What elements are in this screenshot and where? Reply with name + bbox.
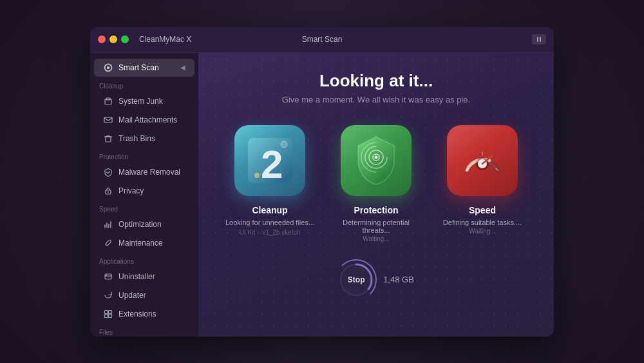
svg-text:2: 2	[261, 142, 283, 186]
svg-point-30	[254, 173, 260, 178]
privacy-icon	[103, 186, 113, 196]
svg-point-9	[108, 191, 109, 193]
app-title: CleanMyMac X	[139, 35, 191, 44]
cleanup-card-sub: UI Kit – v1_2b.sketch	[240, 229, 301, 236]
protection-card-title: Protection	[354, 205, 398, 215]
maintenance-icon	[103, 238, 113, 248]
speed-section-label: Speed	[90, 201, 198, 215]
minimize-button[interactable]	[109, 35, 117, 43]
svg-rect-5	[106, 137, 111, 142]
bottom-controls: Stop 1,48 GB	[338, 262, 414, 298]
sidebar-item-malware-removal[interactable]: Malware Removal	[94, 163, 194, 181]
storage-display: 1,48 GB	[383, 275, 414, 284]
app-window: CleanMyMac X Smart Scan Smart Scan ◀ Cle…	[90, 27, 554, 337]
extensions-icon	[103, 309, 113, 319]
mail-attachments-label: Mail Attachments	[118, 115, 177, 124]
progress-ring-container: Stop	[338, 262, 374, 298]
content-area: Looking at it... Give me a moment. We al…	[198, 53, 554, 337]
sidebar-item-system-junk[interactable]: System Junk	[94, 92, 194, 110]
speed-card-title: Speed	[469, 205, 496, 215]
speed-card: Speed Defining suitable tasks.... Waitin…	[436, 125, 529, 242]
svg-point-29	[281, 141, 287, 148]
uninstaller-label: Uninstaller	[118, 272, 155, 281]
sidebar-toggle-button[interactable]	[532, 34, 546, 44]
svg-point-31	[375, 155, 378, 159]
svg-rect-4	[104, 117, 112, 123]
sidebar-item-maintenance[interactable]: Maintenance	[94, 234, 194, 252]
applications-section-label: Applications	[90, 253, 198, 267]
content-subtitle: Give me a moment. We all wish it was eas…	[282, 95, 470, 104]
smart-scan-indicator: ◀	[180, 64, 185, 71]
content-title: Looking at it...	[319, 71, 433, 91]
svg-point-16	[106, 274, 107, 275]
sidebar: Smart Scan ◀ Cleanup System Junk Mail At…	[90, 53, 198, 337]
malware-icon	[103, 167, 113, 177]
svg-rect-14	[105, 274, 111, 279]
sidebar-item-smart-scan[interactable]: Smart Scan ◀	[94, 59, 194, 77]
sidebar-item-uninstaller[interactable]: Uninstaller	[94, 268, 194, 286]
window-controls	[98, 35, 129, 43]
maximize-button[interactable]	[121, 35, 129, 43]
protection-card: Protection Determining potential threats…	[330, 125, 423, 242]
protection-card-sub: Waiting...	[363, 235, 389, 242]
cleanup-card-icon: 2	[234, 125, 305, 196]
trash-bins-label: Trash Bins	[118, 134, 155, 143]
svg-rect-18	[109, 310, 112, 313]
sidebar-item-extensions[interactable]: Extensions	[94, 305, 194, 323]
cards-row: 2 Cl	[223, 125, 529, 242]
speed-card-icon	[447, 125, 518, 196]
sidebar-item-privacy[interactable]: Privacy	[94, 182, 194, 200]
cleanup-section-label: Cleanup	[90, 77, 198, 92]
updater-icon	[103, 290, 113, 300]
stop-button[interactable]: Stop	[338, 262, 374, 298]
optimization-icon	[103, 219, 113, 230]
svg-rect-19	[105, 314, 108, 317]
speed-card-sub: Waiting...	[469, 228, 495, 235]
speed-card-status: Defining suitable tasks....	[443, 219, 522, 226]
maintenance-label: Maintenance	[118, 239, 163, 248]
protection-card-status: Determining potential threats...	[330, 219, 423, 234]
malware-removal-label: Malware Removal	[118, 168, 180, 177]
extensions-label: Extensions	[118, 309, 156, 319]
close-button[interactable]	[98, 35, 106, 43]
trash-icon	[103, 133, 113, 144]
smart-scan-icon	[103, 63, 113, 73]
mail-icon	[103, 115, 113, 125]
sidebar-item-optimization[interactable]: Optimization	[94, 215, 194, 233]
system-junk-label: System Junk	[118, 97, 163, 106]
uninstaller-icon	[103, 271, 113, 282]
system-junk-icon	[103, 96, 113, 106]
sidebar-item-trash-bins[interactable]: Trash Bins	[94, 130, 194, 148]
cleanup-card-status: Looking for unneeded files...	[225, 219, 314, 226]
privacy-label: Privacy	[118, 186, 144, 195]
svg-rect-17	[105, 310, 108, 313]
window-title: Smart Scan	[302, 35, 343, 44]
main-layout: Smart Scan ◀ Cleanup System Junk Mail At…	[90, 53, 554, 337]
svg-rect-20	[109, 314, 112, 317]
cleanup-card: 2 Cl	[223, 125, 317, 242]
sidebar-item-mail-attachments[interactable]: Mail Attachments	[94, 111, 194, 129]
title-bar: CleanMyMac X Smart Scan	[90, 27, 554, 53]
optimization-label: Optimization	[118, 220, 162, 229]
updater-label: Updater	[118, 291, 146, 300]
smart-scan-label: Smart Scan	[118, 63, 159, 72]
svg-point-1	[107, 66, 109, 69]
files-section-label: Files	[90, 324, 198, 337]
protection-card-icon	[341, 125, 412, 196]
cleanup-card-title: Cleanup	[252, 205, 287, 215]
sidebar-item-updater[interactable]: Updater	[94, 286, 194, 304]
stop-button-label: Stop	[348, 275, 365, 284]
protection-section-label: Protection	[90, 148, 198, 162]
